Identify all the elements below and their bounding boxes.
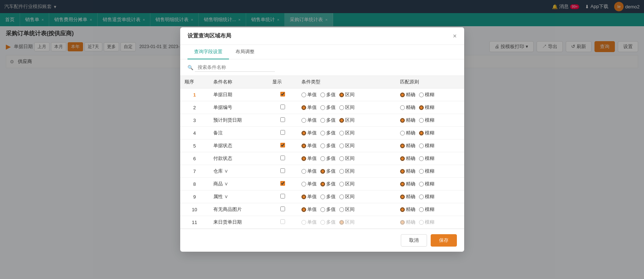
modal-dialog: 设置查询区域布局 × 查询字段设置 布局调整 🔍 顺序 条件名称 显示 — [180, 27, 464, 72]
modal-header: 设置查询区域布局 × — [180, 27, 464, 45]
modal-title: 设置查询区域布局 — [187, 32, 231, 39]
modal-tab-fields[interactable]: 查询字段设置 — [187, 45, 229, 59]
search-input[interactable] — [195, 63, 275, 72]
modal-close-button[interactable]: × — [453, 33, 457, 39]
modal-tabs: 查询字段设置 布局调整 — [180, 45, 464, 59]
modal-search-area: 🔍 — [180, 59, 464, 72]
search-icon: 🔍 — [187, 65, 193, 70]
modal-overlay[interactable]: 设置查询区域布局 × 查询字段设置 布局调整 🔍 顺序 条件名称 显示 — [0, 0, 644, 72]
modal-tab-layout[interactable]: 布局调整 — [229, 45, 261, 59]
